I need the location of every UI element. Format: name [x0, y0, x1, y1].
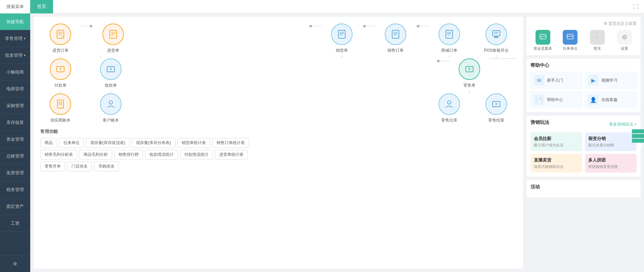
svg-text:¥: ¥	[109, 67, 112, 72]
marketing-title-fission: 裂变分销	[588, 136, 633, 142]
sidebar-item-quicknav[interactable]: 快捷导航	[0, 13, 30, 30]
chevron-down-icon: ▾	[24, 53, 26, 57]
func-btn-11[interactable]: 进货单统计表	[215, 150, 248, 160]
marketing-title-live: 直播卖货	[534, 157, 579, 163]
svg-rect-30	[57, 100, 63, 108]
node-pos[interactable]: POS收银开台	[476, 24, 516, 53]
node-circle-retail: ¥	[459, 58, 480, 80]
main-content: 进货订单 ▶ 进	[30, 13, 644, 272]
help-item-video[interactable]: ▶ 视频学习	[585, 72, 637, 89]
sidebar-item-ecommerce-mgmt[interactable]: 电商管理	[0, 81, 30, 97]
svg-text:¥: ¥	[495, 102, 498, 106]
node-retail[interactable]: ¥ 零售单	[449, 58, 490, 88]
node-circle-receipt: ¥	[100, 58, 122, 80]
sidebar-item-retail[interactable]: 零售管理 ▾	[0, 30, 30, 47]
help-item-docs[interactable]: 📄 帮助中心	[531, 91, 582, 108]
shortcuts-setting-button[interactable]: ⚙ 首页自定义设置	[604, 21, 637, 27]
sidebar-item-ledger[interactable]: 总账管理	[0, 148, 30, 165]
marketing-grid: 会员拉新 吸引用户成为会员 裂变分销 裂式发展分销商 直播卖货 场景式购物新玩法	[531, 132, 637, 173]
settings-icon: ⚙	[617, 30, 632, 45]
node-purchase-order[interactable]: 进货订单	[40, 24, 81, 53]
arrow-5-4: ◀	[416, 24, 429, 36]
spacer-2	[469, 24, 476, 32]
home-tab[interactable]: 首页	[30, 0, 53, 13]
node-sales-order[interactable]: 销售订单	[375, 24, 416, 53]
node-mall-order[interactable]: 商城订单	[429, 24, 469, 53]
func-btn-6[interactable]: 销售毛利分析表	[40, 150, 77, 160]
marketing-title: 营销玩法	[531, 120, 549, 126]
float-btn-hotline[interactable]: 客服热线	[632, 129, 644, 133]
help-item-beginner[interactable]: ✉ 新手入门	[531, 72, 582, 89]
node-circle-mall-order	[439, 24, 460, 45]
svg-rect-4	[110, 30, 117, 38]
fullscreen-button[interactable]: ⛶	[631, 2, 641, 12]
sidebar-bottom: ⚙	[0, 255, 30, 272]
func-btn-1[interactable]: 往来单位	[59, 138, 84, 148]
video-icon: ▶	[588, 75, 599, 86]
marketing-desc-group: 拼团购物享受优惠	[588, 164, 633, 169]
func-btn-0[interactable]: 商品	[40, 138, 57, 148]
sidebar-item-payroll[interactable]: 工资	[0, 215, 30, 232]
marketing-title-member: 会员拉新	[534, 136, 579, 142]
func-buttons: 商品 往来单位 现存量(库存状况表) 现存量(库存分布表) 销货单统计表 销售订…	[40, 138, 516, 148]
sidebar-item-ecommerce-small[interactable]: 小畅电商	[0, 64, 30, 81]
search-menu-button[interactable]: 搜索菜单	[0, 0, 30, 13]
node-retail-out[interactable]: 零售出库	[429, 93, 469, 123]
node-payment[interactable]: ¥ 付款单	[40, 58, 81, 88]
sidebar-gear-button[interactable]: ⚙	[0, 255, 30, 272]
func-btn-12[interactable]: 零售开单	[40, 162, 65, 171]
func-btn-5[interactable]: 销售订单统计表	[212, 138, 249, 148]
docs-icon: 📄	[534, 94, 544, 105]
node-receipt[interactable]: ¥ 收款单	[91, 58, 131, 88]
shortcuts-top: ⚙ 首页自定义设置	[531, 21, 637, 27]
workflow-section: 进货订单 ▶ 进	[40, 24, 516, 171]
marketing-item-group[interactable]: 多人拼团 拼团购物享受优惠	[585, 154, 637, 173]
func-btn-4[interactable]: 销货单统计表	[177, 138, 210, 148]
marketing-item-live[interactable]: 直播卖货 场景式购物新玩法	[531, 154, 582, 173]
arrow-3-2: ◀	[308, 24, 322, 36]
sidebar: 快捷导航 零售管理 ▾ 批发管理 ▾ 小畅电商 电商管理 采购管理 库存核算 资…	[0, 13, 30, 272]
common-functions: 常用功能 商品 往来单位 现存量(库存状况表) 现存量(库存分布表) 销货单统计…	[40, 129, 516, 171]
func-btn-2[interactable]: 现存量(库存状况表)	[86, 138, 130, 148]
activities-panel: 活动	[526, 180, 641, 197]
node-purchase-slip[interactable]: 进货单	[93, 24, 133, 53]
node-customer-ledger[interactable]: 客户账本	[91, 93, 131, 123]
node-supplier-ledger[interactable]: 供应商账本	[40, 93, 81, 123]
func-btn-13[interactable]: 门店排名	[67, 162, 92, 171]
sidebar-item-fixed-assets[interactable]: 固定资产	[0, 198, 30, 215]
node-circle-customer-ledger	[100, 93, 122, 115]
svg-rect-16	[446, 30, 453, 38]
node-sales-slip[interactable]: 销货单	[322, 24, 362, 53]
svg-rect-38	[540, 34, 546, 39]
shortcut-cashflow[interactable]: 资金流量表	[531, 30, 555, 51]
help-item-support[interactable]: 👤 在线客服	[585, 91, 637, 108]
float-btn-desktop[interactable]: 桌面快捷	[632, 139, 644, 143]
help-center-title: 帮助中心	[531, 62, 637, 69]
marketing-title-group: 多人拼团	[588, 157, 633, 163]
sidebar-item-purchase[interactable]: 采购管理	[0, 97, 30, 114]
workflow-scroll[interactable]: 进货订单 ▶ 进	[40, 24, 516, 171]
sidebar-item-invoice[interactable]: 发票管理	[0, 165, 30, 181]
marketing-more-link[interactable]: 更多营销玩法 >	[609, 122, 637, 127]
main-layout: 快捷导航 零售管理 ▾ 批发管理 ▾ 小畅电商 电商管理 采购管理 库存核算 资…	[0, 13, 644, 272]
svg-point-35	[448, 101, 451, 104]
shortcut-settings[interactable]: ⚙ 设置	[612, 30, 637, 51]
func-btn-10[interactable]: 付款情况统计	[180, 150, 213, 160]
sidebar-item-inventory[interactable]: 库存核算	[0, 114, 30, 131]
shortcuts-grid: 资金流量表 往来单位 + 暂无	[531, 30, 637, 51]
float-btn-community[interactable]: 服务社区	[632, 134, 644, 138]
shortcut-partners[interactable]: 往来单位	[558, 30, 582, 51]
func-btn-3[interactable]: 现存量(库存分布表)	[132, 138, 175, 148]
func-btn-8[interactable]: 销售排行榜	[114, 150, 143, 160]
func-btn-14[interactable]: 导购排名	[94, 162, 119, 171]
sidebar-item-wholesale[interactable]: 批发管理 ▾	[0, 47, 30, 64]
func-btn-9[interactable]: 收款情况统计	[145, 150, 178, 160]
marketing-item-fission[interactable]: 裂变分销 裂式发展分销商	[585, 132, 637, 151]
sidebar-item-finance[interactable]: 资金管理	[0, 131, 30, 148]
sidebar-item-tax[interactable]: 税务管理	[0, 181, 30, 198]
beginner-icon: ✉	[534, 75, 544, 86]
node-retail-settle[interactable]: ¥ 零售结算	[476, 93, 516, 123]
node-circle-supplier-ledger	[50, 93, 71, 115]
marketing-item-member[interactable]: 会员拉新 吸引用户成为会员	[531, 132, 582, 151]
func-btn-7[interactable]: 商品毛利分析	[79, 150, 112, 160]
